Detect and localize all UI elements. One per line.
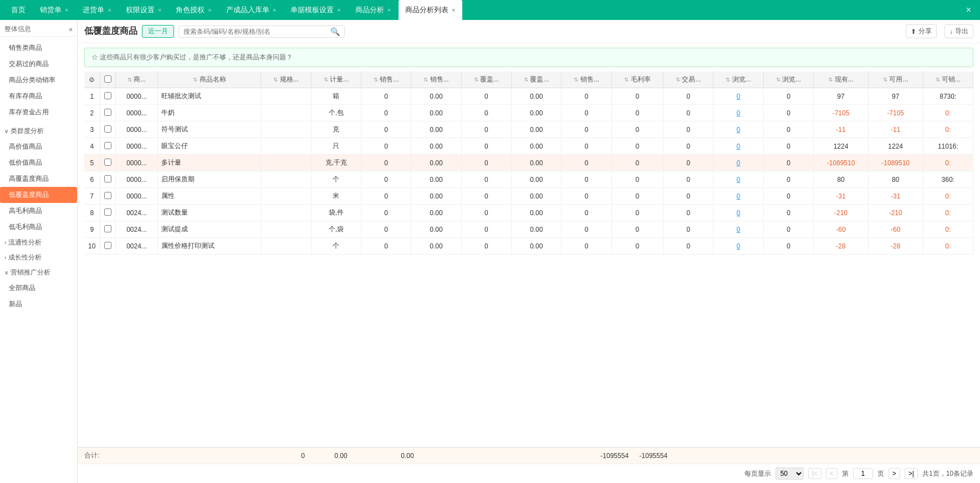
sidebar-item-low-value[interactable]: 低价值商品 <box>0 155 77 171</box>
col-sales2[interactable]: ⇅ 销售... <box>411 72 461 88</box>
col-sales3[interactable]: ⇅ 销售... <box>562 72 611 88</box>
nav-goods-analysis-list[interactable]: 商品分析列表 × <box>399 0 462 20</box>
first-page-button[interactable]: |< <box>808 468 821 479</box>
sidebar-group-cluster-analysis[interactable]: ∨ 类群度分析 <box>0 124 77 139</box>
col-trade[interactable]: ⇅ 交易... <box>663 72 713 88</box>
cell-browse1[interactable]: 0 <box>713 121 763 138</box>
cell-check[interactable] <box>100 188 115 205</box>
col-current[interactable]: ⇅ 现有... <box>814 72 869 88</box>
row-checkbox[interactable] <box>104 242 111 249</box>
sidebar-item-high-margin[interactable]: 高毛利商品 <box>0 203 77 219</box>
sidebar-item-low-margin[interactable]: 低毛利商品 <box>0 219 77 235</box>
col-check[interactable] <box>100 72 115 88</box>
cell-browse1[interactable]: 0 <box>713 205 763 221</box>
cell-browse1[interactable]: 0 <box>713 88 763 105</box>
close-icon[interactable]: × <box>337 7 340 13</box>
cell-spec <box>261 205 311 221</box>
col-grossrate[interactable]: ⇅ 毛利率 <box>611 72 663 88</box>
col-browse2[interactable]: ⇅ 浏览... <box>763 72 813 88</box>
cell-browse1[interactable]: 0 <box>713 221 763 238</box>
cell-check[interactable] <box>100 171 115 188</box>
cell-browse1[interactable]: 0 <box>713 188 763 205</box>
cell-browse1[interactable]: 0 <box>713 238 763 255</box>
sidebar-item-sales-goods[interactable]: 销售类商品 <box>0 40 77 56</box>
close-icon[interactable]: × <box>452 7 455 13</box>
prev-page-button[interactable]: < <box>826 468 838 479</box>
share-button[interactable]: ⬆ 分享 <box>906 24 937 38</box>
close-icon[interactable]: × <box>273 7 276 13</box>
sidebar-item-category-rate[interactable]: 商品分类动销率 <box>0 72 77 88</box>
sidebar-item-traded-goods[interactable]: 交易过的商品 <box>0 56 77 72</box>
nav-template-settings[interactable]: 单据模板设置 × <box>284 0 347 20</box>
row-checkbox[interactable] <box>104 109 111 116</box>
sidebar-item-new-goods[interactable]: 新品 <box>0 296 77 312</box>
row-checkbox[interactable] <box>104 175 111 182</box>
col-settings[interactable]: ⚙ <box>84 72 100 88</box>
cell-browse1[interactable]: 0 <box>713 171 763 188</box>
select-all-checkbox[interactable] <box>104 75 111 83</box>
col-spec[interactable]: ⇅ 规格... <box>261 72 311 88</box>
close-icon[interactable]: × <box>65 7 68 13</box>
col-code[interactable]: ⇅ 商... <box>115 72 158 88</box>
sidebar-item-low-coverage[interactable]: 低覆盖度商品 <box>0 187 77 203</box>
sidebar-item-stock-funds[interactable]: 库存资金占用 <box>0 104 77 120</box>
nav-product-storage[interactable]: 产成品入库单 × <box>220 0 283 20</box>
close-icon[interactable]: × <box>108 7 111 13</box>
close-icon[interactable]: × <box>158 7 161 13</box>
nav-goods-analysis[interactable]: 商品分析 × <box>349 0 397 20</box>
row-checkbox[interactable] <box>104 159 111 166</box>
search-icon[interactable]: 🔍 <box>330 27 340 36</box>
col-cover2[interactable]: ⇅ 覆盖... <box>512 72 562 88</box>
row-checkbox[interactable] <box>104 209 111 216</box>
sidebar-item-stock-goods[interactable]: 有库存商品 <box>0 88 77 104</box>
next-page-button[interactable]: > <box>889 468 900 479</box>
cell-browse2: 0 <box>763 221 813 238</box>
row-checkbox[interactable] <box>104 142 111 149</box>
sidebar-item-high-coverage[interactable]: 高覆盖度商品 <box>0 171 77 187</box>
row-checkbox[interactable] <box>104 192 111 199</box>
cell-check[interactable] <box>100 238 115 255</box>
col-saleable[interactable]: ⇅ 可销... <box>923 72 973 88</box>
cell-check[interactable] <box>100 105 115 121</box>
time-filter-button[interactable]: 近一月 <box>142 25 174 38</box>
col-available[interactable]: ⇅ 可用... <box>868 72 923 88</box>
cell-browse1[interactable]: 0 <box>713 155 763 171</box>
nav-purchase-order[interactable]: 进货单 × <box>76 0 118 20</box>
cell-check[interactable] <box>100 138 115 155</box>
nav-permissions[interactable]: 权限设置 × <box>119 0 168 20</box>
sidebar-item-all-goods[interactable]: 全部商品 <box>0 280 77 296</box>
close-icon[interactable]: × <box>208 7 211 13</box>
window-close-button[interactable]: × <box>962 3 976 17</box>
col-unit[interactable]: ⇅ 计量... <box>311 72 361 88</box>
last-page-button[interactable]: >| <box>905 468 918 479</box>
nav-home[interactable]: 首页 <box>4 0 32 20</box>
cell-check[interactable] <box>100 205 115 221</box>
close-icon[interactable]: × <box>387 7 391 13</box>
data-table-wrapper[interactable]: ⚙ ⇅ 商... ⇅ 商品名称 ⇅ 规格... ⇅ 计量... ⇅ 销售... … <box>84 72 973 447</box>
cell-check[interactable] <box>100 221 115 238</box>
nav-sales-order[interactable]: 销货单 × <box>33 0 75 20</box>
col-name[interactable]: ⇅ 商品名称 <box>158 72 261 88</box>
cell-check[interactable] <box>100 155 115 171</box>
page-number-input[interactable] <box>853 468 873 479</box>
row-checkbox[interactable] <box>104 92 111 99</box>
nav-role-auth[interactable]: 角色授权 × <box>169 0 218 20</box>
row-checkbox[interactable] <box>104 225 111 232</box>
col-cover1[interactable]: ⇅ 覆盖... <box>461 72 511 88</box>
sidebar-collapse-button[interactable]: « <box>69 26 73 33</box>
per-page-select[interactable]: 10 20 50 100 <box>775 467 804 480</box>
cell-check[interactable] <box>100 121 115 138</box>
sidebar-group-growth[interactable]: › 成长性分析 <box>0 250 77 265</box>
cell-sales3: 0 <box>562 238 611 255</box>
sidebar-group-circulation[interactable]: › 流通性分析 <box>0 235 77 250</box>
row-checkbox[interactable] <box>104 125 111 133</box>
sidebar-item-high-value[interactable]: 高价值商品 <box>0 139 77 155</box>
sidebar-group-marketing[interactable]: ∨ 营销推广分析 <box>0 265 77 280</box>
cell-check[interactable] <box>100 88 115 105</box>
cell-browse1[interactable]: 0 <box>713 138 763 155</box>
col-browse1[interactable]: ⇅ 浏览... <box>713 72 763 88</box>
export-button[interactable]: ↓ 导出 <box>945 24 973 38</box>
search-input[interactable] <box>183 28 328 35</box>
col-sales1[interactable]: ⇅ 销售... <box>361 72 411 88</box>
cell-browse1[interactable]: 0 <box>713 105 763 121</box>
